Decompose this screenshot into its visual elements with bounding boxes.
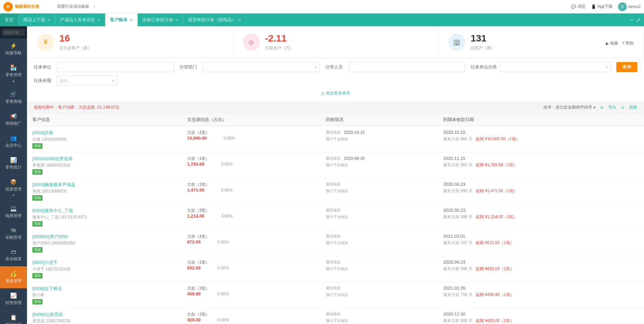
sidebar-item-inventory[interactable]: 🗃 库存核算 [0, 245, 27, 266]
sidebar-item-member[interactable]: 👥 会员中心 [0, 131, 27, 153]
customer-tag: 现销 [32, 273, 43, 278]
sidebar-item-retail-mall[interactable]: 🛒 零售商城 [0, 87, 27, 109]
help-btn[interactable]: ? 帮助 [622, 40, 634, 46]
app-download-btn[interactable]: 📱 App下载 [591, 4, 613, 9]
total-customers-value: 131 [471, 33, 495, 44]
sidebar-item-purchase[interactable]: 🛍 采购管理 [0, 223, 27, 245]
tab-close-stock[interactable]: ✕ [238, 18, 241, 22]
refresh-btn[interactable]: 刷新 [629, 105, 637, 110]
stat-card-total-customers: 🏢 131 总客户（家） ▶ 视频 ? 帮助 [438, 26, 644, 58]
overdue-amount[interactable]: 超期 ¥1,214.00（3笔） [476, 214, 517, 219]
tab-products[interactable]: 商品上下架 ✕ [19, 13, 55, 26]
next-payment-label: 预计下次收款 [326, 215, 348, 219]
overdue-amount[interactable]: 超期 ¥1,471.00（1笔） [476, 188, 517, 193]
tab-end: ─ ⤢ [626, 13, 644, 26]
tab-stock[interactable]: 进货单统计表（按商品） ✕ [183, 13, 246, 26]
message-btn[interactable]: 💬 消息 [571, 4, 586, 9]
overdue-amount[interactable]: 超期 ¥10,000.00（1笔） [476, 137, 520, 141]
customer-name[interactable]: [000001]黄思源 [32, 312, 176, 318]
due-date-cell: 2020.06.23 最长欠款 998 天 超期 ¥1,214.00（3笔） [438, 204, 644, 230]
store-name: 母婴行业演示账套 [57, 4, 89, 9]
debt-pct: 0.00% [218, 266, 229, 270]
results-info: 搜索结果中，客户16家，欠款金额 -21,148.07元 [34, 105, 119, 110]
sidebar-item-marketing[interactable]: 📢 营销推广 [0, 109, 27, 131]
customer-name[interactable]: [0002]服务中心_丁磊 [32, 208, 176, 214]
retail-mgmt-icon: 🏪 [10, 64, 17, 71]
ecommerce-icon: 💻 [10, 205, 17, 212]
top-bar: 好 畅捷通好生意 母婴行业演示账套 ▾ 💬 消息 📱 App下载 D demo2 [0, 0, 644, 13]
collapse-btn[interactable]: ⋀ 收起更多条件 [321, 90, 350, 96]
overdue-amount[interactable]: 超期 ¥429.00（1笔） [476, 318, 514, 323]
filter-balance: 往来余额 选择... ▾ [34, 76, 637, 86]
overdue-amount[interactable]: 超期 ¥672.00（1笔） [476, 240, 514, 245]
due-date: 2020.12.30 [443, 312, 639, 317]
balance-input[interactable]: 选择... ▾ [57, 76, 117, 86]
user-avatar[interactable]: D demo2 [618, 2, 641, 11]
tab-close-purchase[interactable]: ✕ [175, 18, 178, 22]
sidebar-item-quick-nav[interactable]: ⚡ 快捷导航 [0, 38, 27, 60]
tab-close-account[interactable]: ✕ [130, 18, 133, 22]
next-payment-label: 预计下次收款 [326, 189, 348, 193]
customer-name[interactable]: [0006]去下粮仓 [32, 286, 176, 292]
wholesale-arrow: ▾ [13, 194, 15, 197]
debt-amount[interactable]: 1,703.68 [187, 161, 204, 167]
customer-name[interactable]: [0016]吕俊 [32, 130, 176, 136]
overdue-amount[interactable]: 超期 ¥1,703.68（1笔） [476, 163, 517, 167]
tab-close-products[interactable]: ✕ [47, 18, 50, 22]
tab-minimize-btn[interactable]: ─ [630, 17, 634, 23]
export-btn[interactable]: 导出 [608, 105, 616, 110]
sidebar-item-retail-mgmt[interactable]: 🏪 零售管理 ▲ [0, 60, 27, 87]
total-customers-label: 总客户（家） [471, 45, 495, 51]
sidebar-item-operations[interactable]: 📈 经营管理 [0, 288, 27, 310]
table-row: [0003]畅捷服务尹海蕊 海燕 18513066976 现销 欠款（1笔） 1… [27, 178, 644, 204]
debt-amount[interactable]: 429.00 [187, 317, 201, 322]
sort-btn[interactable]: 排序：按欠款金额倒序排序 ▾ [543, 105, 595, 110]
debt-pct: 0.00% [221, 162, 232, 167]
due-date: 2020.06.23 [443, 182, 639, 187]
search-btn[interactable]: 查询 [616, 62, 637, 72]
overdue-amount[interactable]: 超期 ¥455.90（1笔） [476, 292, 514, 297]
customer-name[interactable]: [0001020001]李老师 [32, 156, 176, 162]
total-customers-icon: 🏢 [448, 34, 465, 51]
sidebar-item-wholesale[interactable]: 📦 批发管理 ▾ [0, 175, 27, 201]
sidebar-item-retail-stats[interactable]: 📊 零售统计 [0, 153, 27, 175]
overdue-days: 最长欠款 853 天 [443, 163, 473, 167]
overdue-amount[interactable]: 超期 ¥652.00（1笔） [476, 266, 514, 271]
debt-amount[interactable]: 652.00 [187, 265, 201, 270]
person-input[interactable]: ... [348, 62, 466, 72]
due-date-cell: 2021.03.01 最长欠款 747 天 超期 ¥672.00（1笔） [438, 230, 644, 256]
sidebar-search [0, 26, 27, 38]
tab-purchase[interactable]: 采购订单统计表 ✕ [138, 13, 183, 26]
dept-input[interactable]: ▾ [202, 62, 320, 72]
tab-history[interactable]: 产成品入库单历史 ✕ [55, 13, 105, 26]
debt-count: 欠款（1笔） [187, 156, 210, 161]
sidebar-item-basic-info[interactable]: 📋 基础信息 [0, 310, 27, 324]
tab-close-history[interactable]: ✕ [97, 18, 100, 22]
debt-amount[interactable]: 1,471.00 [187, 187, 204, 193]
tab-home[interactable]: 首页 [0, 13, 19, 26]
debt-pct: 0.00% [218, 318, 229, 322]
balance-label: 往来余额 [34, 78, 54, 84]
debt-count: 欠款（3笔） [187, 208, 210, 213]
table-header-row: 客户信息 欠交易信息（占比） 回收情况 到期未收款日期 [27, 113, 644, 126]
filter-source-unit: 往来单位 ... [34, 62, 174, 72]
unit-type-input[interactable]: ▾ [500, 62, 611, 72]
debt-amount[interactable]: 1,214.00 [187, 213, 204, 218]
debt-amount[interactable]: 455.90 [187, 291, 201, 296]
customer-name[interactable]: [0007]小进千 [32, 260, 176, 266]
tab-maximize-btn[interactable]: ⤢ [636, 17, 641, 23]
video-btn[interactable]: ▶ 视频 [606, 40, 618, 46]
col-customer-info: 客户信息 [27, 113, 182, 126]
search-input[interactable] [2, 29, 25, 36]
customer-name[interactable]: [000002]用户2050 [32, 234, 176, 240]
sidebar-item-finance[interactable]: 💰 资金管理 [0, 266, 27, 288]
debt-amount-label: 欠款合计（万） [265, 45, 293, 51]
customer-name[interactable]: [0003]畅捷服务尹海蕊 [32, 182, 176, 188]
tab-account[interactable]: 客户账本 ✕ [105, 13, 138, 26]
sidebar-item-ecommerce[interactable]: 💻 电商管理 [0, 201, 27, 223]
debt-count: 欠款（1笔） [187, 182, 210, 187]
debt-amount[interactable]: 672.00 [187, 239, 201, 244]
store-dropdown-icon[interactable]: ▾ [93, 4, 95, 9]
debt-amount[interactable]: 10,000.00 [187, 136, 207, 141]
source-unit-input[interactable]: ... [57, 62, 174, 72]
